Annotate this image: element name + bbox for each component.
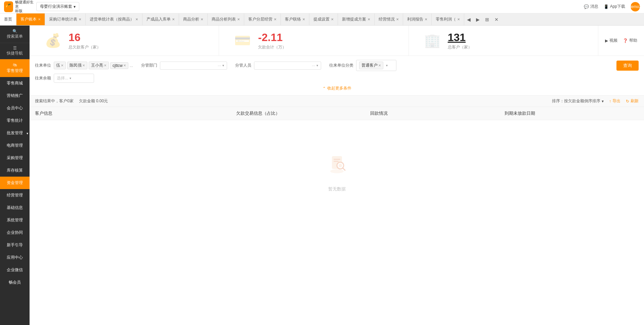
sidebar-item-system[interactable]: 系统管理 — [0, 214, 30, 226]
results-summary: 搜索结果中，客户0家 — [35, 98, 74, 104]
collapse-btn[interactable]: ⌃ 收起更多条件 — [35, 85, 639, 91]
tab-business-status[interactable]: 经营情况 ✕ — [375, 13, 403, 26]
filter-tag-1[interactable]: 陈民强 ✕ — [67, 62, 87, 69]
tab-close-icon[interactable]: ✕ — [201, 17, 203, 21]
tab-profit-report[interactable]: 利润报告 ✕ — [403, 13, 432, 26]
sidebar-item-app-center[interactable]: 应用中心 — [0, 251, 30, 264]
refresh-btn[interactable]: ↻ 刷新 — [626, 98, 639, 104]
tab-customer-tier[interactable]: 客户分层经营 ✕ — [244, 13, 281, 26]
svg-rect-3 — [334, 161, 339, 162]
unit-type-tag[interactable]: 普通客户 ✕ — [359, 62, 383, 69]
sidebar-item-inventory[interactable]: 库存核算 — [0, 164, 30, 177]
sidebar-item-enterprise-wechat[interactable]: 企业微信 — [0, 264, 30, 276]
clients-label: 总客户（家） — [448, 44, 472, 50]
sidebar-item-capital[interactable]: 资金管理 — [0, 177, 30, 189]
tab-customer-contact[interactable]: 客户联络 ✕ — [281, 13, 309, 26]
unit-type-tag-close[interactable]: ✕ — [378, 64, 381, 67]
tab-product-analysis-list[interactable]: 商品分析列表 ✕ — [208, 13, 244, 26]
tab-retail-profit[interactable]: 零售利润（ ✕ — [432, 13, 464, 26]
filter-tag-3[interactable]: cjttcw ✕ — [110, 62, 128, 69]
tab-close-icon[interactable]: ✕ — [172, 17, 175, 21]
retail-icon: 🛍 — [2, 63, 28, 67]
tab-close-icon[interactable]: ✕ — [79, 17, 81, 21]
video-btn[interactable]: ▶ 视频 — [605, 38, 617, 43]
tab-purchase-stats[interactable]: 进货单统计表（按商品） ✕ — [86, 13, 142, 26]
clients-icon: 🏢 — [422, 31, 442, 51]
filter-tag-0[interactable]: 伍 ✕ — [54, 62, 66, 69]
sidebar: 🔍 搜索菜单 ☰ 快捷导航 🛍 零售管理 零售商城 营销推广 会员中心 零售统计… — [0, 26, 30, 325]
stats-bar: 💰 16 总欠款客户（家） 💳 -2.11 欠款合计（万） 🏢 131 总客户（… — [30, 26, 644, 56]
top-right-area: 💬 消息 📱 App下载 demo2 — [584, 2, 640, 11]
nav-icon: ☰ — [3, 46, 27, 50]
tab-expand-btn[interactable]: ⊞ — [482, 17, 492, 22]
dept-label: 分管部门 — [141, 63, 157, 68]
col-customer-info: 客户信息 — [35, 110, 236, 116]
tab-new-promotion[interactable]: 新增提成方案 ✕ — [338, 13, 375, 26]
video-icon: ▶ — [605, 38, 608, 43]
tab-product-inbound[interactable]: 产成品入库单 ✕ — [142, 13, 179, 26]
sidebar-item-marketing[interactable]: 营销推广 — [0, 89, 30, 102]
person-more-icon: ··· — [312, 63, 315, 68]
search-button[interactable]: 查询 — [616, 61, 639, 71]
tab-close-icon[interactable]: ✕ — [237, 17, 240, 21]
tab-promotion-settings[interactable]: 提成设置 ✕ — [309, 13, 338, 26]
sidebar-item-retail[interactable]: 🛍 零售管理 — [0, 59, 30, 77]
tab-close-icon[interactable]: ✕ — [38, 17, 41, 21]
filter-more-btn[interactable]: ... — [130, 63, 133, 68]
tab-close-icon[interactable]: ✕ — [425, 17, 427, 21]
logo-text: 畅捷通好生意 标版 — [15, 0, 34, 13]
tab-close-icon[interactable]: ✕ — [302, 17, 305, 21]
sidebar-item-enterprise-collab[interactable]: 企业协同 — [0, 226, 30, 239]
sidebar-item-new-guide[interactable]: 新手引导 — [0, 239, 30, 251]
dept-select[interactable]: ··· ▾ — [160, 62, 227, 70]
unit-type-select[interactable]: 普通客户 ✕ ▾ — [356, 60, 396, 71]
tab-prev-btn[interactable]: ◀ — [464, 17, 473, 22]
col-debt-info: 欠款交易信息（占比） — [236, 110, 370, 116]
unit-label: 往来单位 — [35, 63, 51, 68]
debt-icon: 💳 — [232, 31, 253, 51]
tab-home[interactable]: 首页 — [0, 13, 16, 26]
balance-select[interactable]: 选择... ▾ — [54, 74, 94, 83]
tab-close-icon[interactable]: ✕ — [457, 17, 460, 21]
tab-purchase-orders[interactable]: 采购订单统计表 ✕ — [45, 13, 86, 26]
export-btn[interactable]: ↑ 导出 — [609, 98, 620, 104]
app-download-btn[interactable]: 📱 App下载 — [604, 4, 625, 9]
stat-total-customers: 💰 16 总欠款客户（家） — [30, 26, 219, 56]
sort-select[interactable]: 排序：按欠款金额倒序排序 ▾ — [552, 98, 604, 104]
help-btn[interactable]: ❓ 帮助 — [623, 38, 637, 43]
tab-accounts[interactable]: 客户账本 ✕ — [16, 13, 45, 26]
tag-close-icon[interactable]: ✕ — [104, 64, 106, 67]
tab-bar: 首页 客户账本 ✕ 采购订单统计表 ✕ 进货单统计表（按商品） ✕ 产成品入库单… — [0, 13, 644, 26]
tab-close-all-btn[interactable]: ✕ — [492, 17, 501, 22]
message-btn[interactable]: 💬 消息 — [584, 4, 598, 9]
sidebar-item-retail-stats[interactable]: 零售统计 — [0, 114, 30, 127]
tab-close-icon[interactable]: ✕ — [274, 17, 276, 21]
user-avatar[interactable]: demo2 — [631, 2, 640, 11]
tab-close-icon[interactable]: ✕ — [135, 17, 138, 21]
sidebar-item-ecommerce[interactable]: 电商管理 — [0, 139, 30, 152]
sidebar-search[interactable]: 🔍 搜索菜单 — [0, 26, 30, 43]
sidebar-item-basic-info[interactable]: 基础信息 — [0, 202, 30, 214]
person-label: 分管人员 — [235, 63, 251, 68]
stat-total-debt: 💳 -2.11 欠款合计（万） — [219, 26, 409, 56]
tab-close-icon[interactable]: ✕ — [331, 17, 334, 21]
tag-close-icon[interactable]: ✕ — [61, 64, 63, 67]
tab-product-analysis[interactable]: 商品分析 ✕ — [179, 13, 208, 26]
sidebar-item-vip-member[interactable]: 畅会员 — [0, 276, 30, 289]
person-select[interactable]: ··· ▾ — [254, 62, 321, 70]
sidebar-quick-nav[interactable]: ☰ 快捷导航 — [0, 43, 30, 59]
sidebar-item-retail-mall[interactable]: 零售商城 — [0, 77, 30, 89]
sidebar-item-wholesale[interactable]: 批发管理 — [0, 127, 30, 139]
results-actions: 排序：按欠款金额倒序排序 ▾ ↑ 导出 ↻ 刷新 — [552, 98, 639, 104]
sidebar-item-purchase[interactable]: 采购管理 — [0, 152, 30, 164]
filter-tag-2[interactable]: 王小亮 ✕ — [89, 62, 109, 69]
tag-close-icon[interactable]: ✕ — [123, 64, 126, 67]
tag-close-icon[interactable]: ✕ — [82, 64, 85, 67]
sidebar-item-member[interactable]: 会员中心 — [0, 102, 30, 114]
workspace-selector[interactable]: 母婴行业演示账套 ▾ — [36, 2, 79, 11]
tab-close-icon[interactable]: ✕ — [368, 17, 370, 21]
tab-close-icon[interactable]: ✕ — [396, 17, 399, 21]
sidebar-item-operations[interactable]: 经营管理 — [0, 189, 30, 202]
tab-next-btn[interactable]: ▶ — [473, 17, 482, 22]
filter-area: 往来单位 伍 ✕ 陈民强 ✕ 王小亮 ✕ cjttcw — [30, 56, 644, 96]
